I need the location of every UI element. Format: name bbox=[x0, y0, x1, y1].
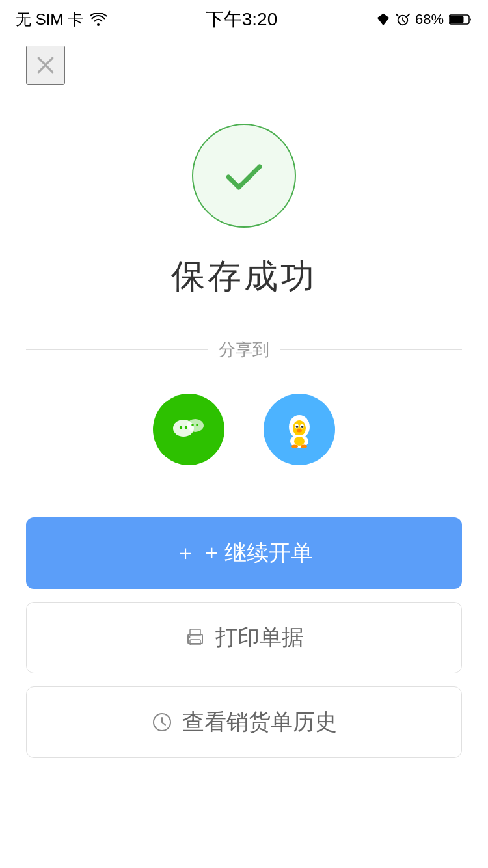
clock-icon bbox=[151, 711, 173, 733]
history-button-label: 查看销货单历史 bbox=[182, 707, 337, 737]
success-circle bbox=[192, 124, 296, 228]
alarm-icon bbox=[396, 12, 410, 27]
status-left: 无 SIM 卡 bbox=[16, 9, 107, 30]
svg-point-20 bbox=[291, 445, 298, 448]
checkmark-icon bbox=[218, 150, 270, 202]
action-buttons: ＋ + 继续开单 打印单据 查看销货单历史 bbox=[26, 517, 462, 771]
continue-button[interactable]: ＋ + 继续开单 bbox=[26, 517, 462, 589]
print-button[interactable]: 打印单据 bbox=[26, 602, 462, 673]
qq-icon bbox=[278, 409, 320, 450]
svg-point-12 bbox=[293, 420, 306, 436]
svg-point-9 bbox=[191, 424, 194, 426]
qq-share-button[interactable] bbox=[264, 394, 335, 465]
status-bar: 无 SIM 卡 下午3:20 68% bbox=[0, 0, 488, 39]
status-right: 68% bbox=[376, 11, 472, 28]
wechat-icon bbox=[168, 409, 210, 450]
location-icon bbox=[376, 12, 390, 27]
plus-icon: ＋ bbox=[175, 539, 196, 567]
close-button[interactable] bbox=[26, 46, 65, 85]
wechat-share-button[interactable] bbox=[153, 394, 224, 465]
svg-point-25 bbox=[189, 636, 191, 638]
svg-point-6 bbox=[187, 419, 204, 432]
svg-point-17 bbox=[297, 429, 302, 433]
share-divider: 分享到 bbox=[26, 338, 462, 361]
svg-point-8 bbox=[185, 426, 187, 429]
success-title: 保存成功 bbox=[171, 254, 317, 299]
status-time: 下午3:20 bbox=[206, 7, 278, 32]
battery-percent: 68% bbox=[415, 11, 444, 28]
divider-left bbox=[26, 349, 208, 350]
no-sim-text: 无 SIM 卡 bbox=[16, 9, 83, 30]
svg-point-19 bbox=[294, 437, 305, 446]
svg-rect-2 bbox=[450, 16, 464, 23]
battery-icon bbox=[449, 14, 472, 25]
divider-right bbox=[280, 349, 462, 350]
wifi-icon bbox=[90, 13, 107, 26]
svg-point-21 bbox=[301, 445, 307, 448]
main-content: 保存成功 分享到 bbox=[0, 39, 488, 868]
svg-point-7 bbox=[180, 426, 182, 429]
print-button-label: 打印单据 bbox=[215, 623, 304, 653]
svg-point-16 bbox=[301, 426, 304, 428]
continue-button-label: + 继续开单 bbox=[205, 538, 312, 568]
svg-point-15 bbox=[296, 426, 299, 428]
printer-icon bbox=[184, 627, 206, 649]
svg-point-10 bbox=[196, 424, 198, 426]
share-icons-row bbox=[153, 394, 335, 465]
history-button[interactable]: 查看销货单历史 bbox=[26, 686, 462, 758]
share-label: 分享到 bbox=[219, 338, 269, 361]
close-icon bbox=[34, 53, 57, 77]
